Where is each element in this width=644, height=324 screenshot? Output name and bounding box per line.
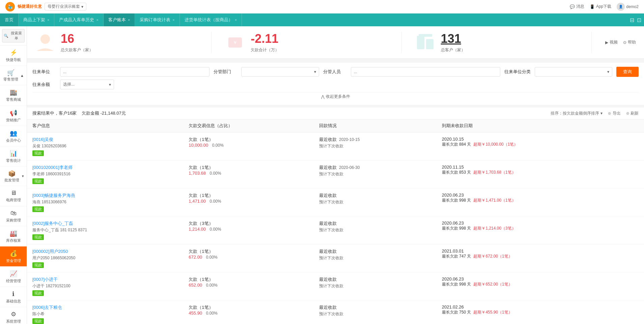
result-text: 搜索结果中，客户16家 欠款金额 -21,148.07元 bbox=[32, 110, 126, 116]
debit-info-cell: 欠款（1笔） 455.90 0.00% bbox=[183, 300, 314, 324]
from-unit-input[interactable]: ... bbox=[60, 67, 209, 77]
close-icon[interactable]: × bbox=[47, 18, 49, 22]
collapse-button[interactable]: ⋀ 收起更多条件 bbox=[32, 92, 639, 101]
sidebar-item-basic-info[interactable]: ℹ 基础信息 bbox=[0, 287, 27, 307]
minimize-icon[interactable]: ⊟ bbox=[630, 17, 634, 23]
sidebar-item-purchase[interactable]: 🛍 采购管理 bbox=[0, 206, 27, 226]
batch-mgmt-icon: 📦 bbox=[8, 170, 16, 177]
stat-debit-amount: ￥ -2.11 欠款合计（万） bbox=[225, 32, 401, 53]
customer-phone: 李老师 18600391516 bbox=[32, 171, 178, 177]
sidebar-item-retail-mall[interactable]: 🏬 零售商城 bbox=[0, 85, 27, 106]
overdue-amount[interactable]: 超期￥652.00（1笔） bbox=[473, 282, 512, 287]
dept-select[interactable]: ▾ bbox=[241, 67, 319, 77]
sidebar-item-quick-nav[interactable]: ⚡ 快捷导航 bbox=[0, 46, 27, 66]
store-selector[interactable]: 母婴行业演示账套 ▾ bbox=[45, 3, 86, 10]
due-date: 2020.11.15 bbox=[442, 165, 639, 170]
unit-type-select[interactable]: ▾ bbox=[535, 67, 613, 77]
customer-name-link[interactable]: [0001020001]李老师 bbox=[32, 165, 73, 170]
from-unit-balance-select[interactable]: 选择... ▾ bbox=[60, 80, 114, 89]
view-button[interactable]: ▶ 视频 bbox=[605, 39, 618, 45]
overdue-amount[interactable]: 超期￥1,703.68（1笔） bbox=[473, 170, 515, 175]
debit-amount[interactable]: 455.90 bbox=[189, 311, 202, 316]
tab-label: 商品上下架 bbox=[23, 17, 45, 23]
overdue-amount[interactable]: 超期￥1,214.00（3笔） bbox=[473, 226, 515, 231]
export-button[interactable]: ⊙ 导出 bbox=[608, 111, 620, 116]
from-unit-label: 往来单位 bbox=[32, 69, 56, 75]
customer-tag: 现款 bbox=[32, 178, 44, 184]
overdue-amount[interactable]: 超期￥1,471.00（1笔） bbox=[473, 198, 515, 203]
app-download-button[interactable]: 📱 App下载 bbox=[590, 4, 611, 9]
sidebar: 🔍 搜索菜单 ⚡ 快捷导航 🛒 零售管理 ▲ 🏬 零售商城 📢 营销推广 👥 会… bbox=[0, 26, 27, 324]
customer-name-link[interactable]: [0007]小进干 bbox=[32, 277, 58, 282]
debit-amount[interactable]: 652.00 bbox=[189, 283, 202, 288]
maximize-icon[interactable]: ⊡ bbox=[637, 17, 641, 23]
sidebar-item-retail-mgmt[interactable]: 🛒 零售管理 ▲ bbox=[0, 66, 27, 85]
recent-label: 最近收款 bbox=[319, 277, 337, 282]
due-date-cell: 2020.06.23 最长欠款 998 天 超期￥1,471.00（1笔） bbox=[437, 188, 644, 216]
customer-name-link[interactable]: [0006]去下粮仓 bbox=[32, 305, 62, 310]
search-menu-button[interactable]: 🔍 搜索菜单 bbox=[2, 29, 25, 42]
recent-collect-label: 最近收款 bbox=[319, 276, 431, 283]
tab-home[interactable]: 首页 bbox=[0, 13, 19, 26]
sidebar-item-retail-stats[interactable]: 📊 零售统计 bbox=[0, 146, 27, 167]
user-menu[interactable]: 👤 demo2 bbox=[617, 3, 639, 11]
recent-date bbox=[338, 193, 339, 198]
tab-purchase-order[interactable]: 采购订单统计表 × bbox=[135, 13, 179, 26]
retail-mall-icon: 🏬 bbox=[10, 89, 17, 96]
debit-amount[interactable]: 1,471.00 bbox=[189, 199, 206, 204]
tab-label: 产成品入库单历史 bbox=[59, 17, 94, 23]
stat-total-customers-text: 131 总客户（家） bbox=[441, 32, 578, 53]
tab-product-shelf[interactable]: 商品上下架 × bbox=[19, 13, 54, 26]
close-icon[interactable]: × bbox=[172, 18, 174, 22]
sidebar-item-ecommerce[interactable]: 🖥 电商管理 bbox=[0, 186, 27, 206]
refresh-button[interactable]: ⊙ 刷新 bbox=[626, 111, 639, 116]
overdue-info: 最长欠款 998 天 超期￥652.00（1笔） bbox=[442, 282, 639, 287]
result-actions: 排序：按欠款金额倒序排序 ▾ ⊙ 导出 ⊙ 刷新 bbox=[551, 111, 639, 116]
close-icon[interactable]: × bbox=[128, 18, 130, 22]
overdue-amount[interactable]: 超期￥10,000.00（1笔） bbox=[473, 142, 518, 147]
overdue-amount[interactable]: 超期￥455.90（1笔） bbox=[473, 310, 512, 315]
sidebar-item-system[interactable]: ⚙ 系统管理 bbox=[0, 307, 27, 324]
table-header-row: 客户信息 欠款交易信息（占比） 回款情况 到期未收款日期 bbox=[27, 119, 644, 132]
sidebar-item-stock[interactable]: 🏭 库存核算 bbox=[0, 226, 27, 246]
collapse-label: 收起更多条件 bbox=[326, 94, 350, 99]
debit-amount[interactable]: 1,214.00 bbox=[189, 227, 206, 232]
debit-amount[interactable]: 672.00 bbox=[189, 255, 202, 260]
debit-info-cell: 欠款（1笔） 652.00 0.00% bbox=[183, 272, 314, 300]
customer-name-link[interactable]: [0016]吴俊 bbox=[32, 137, 53, 142]
sort-selector[interactable]: 排序：按欠款金额倒序排序 ▾ bbox=[551, 111, 603, 116]
chevron-down-icon: ▾ bbox=[600, 111, 603, 116]
sort-label: 排序：按欠款金额倒序排序 bbox=[551, 111, 599, 116]
filter-area: 往来单位 ... 分管部门 ▾ 分管人员 ... 往来单位分类 ▾ bbox=[27, 63, 644, 105]
tab-customer-account[interactable]: 客户账本 × bbox=[104, 13, 135, 26]
sidebar-item-capital[interactable]: 💰 资金管理 bbox=[0, 246, 27, 267]
svg-point-0 bbox=[40, 34, 50, 44]
person-placeholder: ... bbox=[354, 69, 357, 74]
debit-amount[interactable]: 1,703.68 bbox=[189, 171, 206, 176]
sidebar-item-marketing[interactable]: 📢 营销推广 bbox=[0, 106, 27, 126]
close-icon[interactable]: × bbox=[235, 18, 237, 22]
search-button[interactable]: 查询 bbox=[616, 67, 639, 77]
close-icon[interactable]: × bbox=[96, 18, 98, 22]
debit-info-cell: 欠款（1笔） 1,471.00 0.00% bbox=[183, 188, 314, 216]
tab-product-history[interactable]: 产成品入库单历史 × bbox=[54, 13, 103, 26]
customer-name-link[interactable]: [000002]用户2050 bbox=[32, 249, 68, 254]
customer-name-link[interactable]: [0002]服务中心_丁磊 bbox=[32, 221, 73, 226]
sidebar-item-ops-mgmt[interactable]: 📈 经营管理 bbox=[0, 267, 27, 287]
collection-cell: 最近收款 预计下次收款 bbox=[314, 216, 437, 244]
overdue-amount[interactable]: 超期￥672.00（1笔） bbox=[473, 254, 512, 259]
person-input[interactable]: ... bbox=[351, 67, 500, 77]
debit-amount[interactable]: 10,000.00 bbox=[189, 143, 208, 148]
recent-date bbox=[338, 221, 339, 226]
sidebar-item-batch-mgmt[interactable]: 📦 批发管理 ▾ bbox=[0, 167, 27, 186]
logo-icon: 🏪 bbox=[5, 2, 15, 11]
customer-name-link[interactable]: [0003]畅捷服务尹海燕 bbox=[32, 193, 75, 198]
messages-button[interactable]: 💬 消息 bbox=[570, 4, 584, 9]
collection-cell: 最近收款 预计下次收款 bbox=[314, 300, 437, 324]
customer-phone: 海燕 18513066976 bbox=[32, 199, 178, 205]
tab-stock-stats[interactable]: 进货单统计表（按商品） × bbox=[180, 13, 242, 26]
sidebar-item-member[interactable]: 👥 会员中心 bbox=[0, 126, 27, 146]
help-label: 帮助 bbox=[628, 39, 636, 45]
recent-date bbox=[338, 249, 339, 254]
help-button[interactable]: ⊙ 帮助 bbox=[623, 39, 636, 45]
